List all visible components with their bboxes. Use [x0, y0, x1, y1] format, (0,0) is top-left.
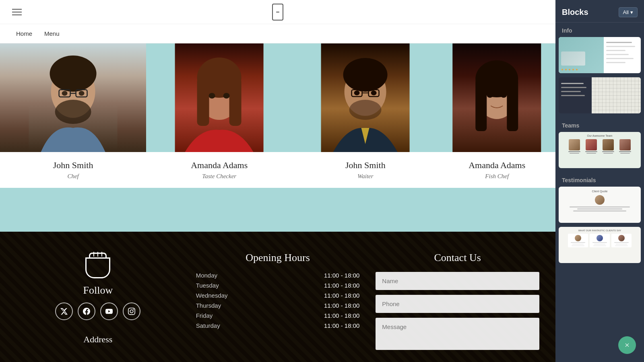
- sidebar-block-testimonials2[interactable]: WHAT OUR FANTASTIC CLIENTS SAY: [559, 227, 641, 263]
- card-text-john-chef: John Smith Chef: [0, 152, 146, 188]
- info1-preview-right: [604, 37, 641, 73]
- sidebar-filter-button[interactable]: All ▾: [619, 7, 638, 17]
- sidebar-header: Blocks All ▾: [555, 0, 644, 23]
- svg-point-30: [487, 92, 493, 98]
- svg-rect-13: [229, 78, 242, 126]
- svg-point-3: [55, 100, 91, 124]
- hours-row-wednesday: Wednesday 11:00 - 18:00: [196, 292, 360, 299]
- hours-day-4: Friday: [196, 312, 213, 319]
- photo-john-chef: [0, 43, 146, 152]
- card-role-amanda-taste: Taste Checker: [152, 173, 286, 180]
- info2-preview-left: [559, 77, 592, 113]
- close-icon: ×: [625, 340, 630, 350]
- sidebar-section-testimonials-title: Testimonials: [555, 172, 644, 187]
- svg-point-24: [371, 90, 377, 95]
- team-card-john-chef: John Smith Chef: [0, 43, 146, 188]
- test1-title: Client Quote: [592, 190, 608, 193]
- hamburger-menu[interactable]: [12, 9, 22, 15]
- photo-john-waiter: [292, 43, 438, 152]
- photo-amanda-fish: [438, 43, 555, 152]
- contact-phone-input[interactable]: [376, 295, 539, 313]
- info1-preview: [559, 37, 641, 73]
- info2-preview: [559, 77, 641, 113]
- info1-preview-left: [559, 37, 604, 73]
- team-card-john-waiter: John Smith Waiter: [292, 43, 438, 188]
- hours-day-2: Wednesday: [196, 292, 228, 299]
- instagram-icon[interactable]: [123, 302, 140, 320]
- card-role-john-waiter: Waiter: [298, 173, 432, 180]
- svg-point-18: [343, 58, 388, 92]
- toolbar: [0, 0, 555, 24]
- card-name-amanda-fish: Amanda Adams: [444, 160, 549, 171]
- hours-row-friday: Friday 11:00 - 18:00: [196, 312, 360, 319]
- teams-preview-cards: [561, 139, 638, 154]
- card-role-john-chef: Chef: [6, 173, 140, 180]
- facebook-icon[interactable]: [78, 302, 95, 320]
- svg-point-14: [209, 93, 215, 99]
- test2-card-2: [590, 234, 610, 247]
- filter-label: All: [623, 9, 629, 15]
- test2-title: WHAT OUR FANTASTIC CLIENTS SAY: [561, 229, 638, 232]
- svg-rect-28: [476, 79, 487, 131]
- card-text-john-waiter: John Smith Waiter: [292, 152, 438, 188]
- preview-team-4: [617, 139, 633, 154]
- hours-row-monday: Monday 11:00 - 18:00: [196, 272, 360, 279]
- contact-message-input[interactable]: [376, 318, 539, 350]
- footer: Follow Address Opening Hours: [0, 232, 555, 362]
- opening-hours-title: Opening Hours: [246, 252, 310, 264]
- hours-time-1: 11:00 - 18:00: [324, 282, 359, 289]
- teams-preview: Our Awesome Team: [559, 132, 641, 168]
- card-text-amanda-taste: Amanda Adams Taste Checker: [146, 152, 292, 188]
- twitter-icon[interactable]: [55, 302, 73, 320]
- hours-day-3: Thursday: [196, 302, 221, 309]
- sidebar-section-info-title: Info: [555, 23, 644, 37]
- svg-point-31: [501, 92, 507, 98]
- main-area: Home Menu: [0, 0, 555, 362]
- navbar: Home Menu: [0, 24, 555, 43]
- hours-row-thursday: Thursday 11:00 - 18:00: [196, 302, 360, 309]
- pot-body: [85, 257, 110, 278]
- nav-home[interactable]: Home: [16, 30, 32, 37]
- svg-point-8: [79, 91, 85, 96]
- hours-time-2: 11:00 - 18:00: [324, 292, 359, 299]
- contact-name-input[interactable]: [376, 272, 539, 290]
- follow-title: Follow: [83, 284, 113, 296]
- test2-card-1: [568, 234, 588, 247]
- team-card-amanda-fish: Amanda Adams Fish Chef: [438, 43, 555, 188]
- card-name-john-waiter: John Smith: [298, 160, 432, 171]
- hours-time-5: 11:00 - 18:00: [324, 322, 359, 329]
- sidebar-block-info1[interactable]: [559, 37, 641, 73]
- teams-preview-title: Our Awesome Team: [561, 134, 638, 137]
- close-button[interactable]: ×: [618, 336, 636, 354]
- test2-cards: [561, 234, 638, 247]
- hours-time-0: 11:00 - 18:00: [324, 272, 359, 279]
- svg-point-19: [349, 100, 382, 120]
- nav-menu[interactable]: Menu: [44, 30, 60, 37]
- opening-hours-column: Opening Hours Monday 11:00 - 18:00 Tuesd…: [196, 252, 360, 350]
- svg-point-7: [62, 91, 68, 96]
- test1-avatar: [595, 195, 605, 205]
- logo-icon-area: [85, 252, 110, 278]
- team-card-amanda-taste: Amanda Adams Taste Checker: [146, 43, 292, 188]
- address-title: Address: [83, 334, 112, 345]
- card-name-amanda-taste: Amanda Adams: [152, 160, 286, 171]
- test2-card-3: [611, 234, 632, 247]
- hours-day-5: Saturday: [196, 322, 220, 329]
- preview-team-1: [567, 139, 582, 154]
- svg-point-2: [50, 56, 97, 92]
- card-role-amanda-fish: Fish Chef: [444, 173, 549, 180]
- mobile-view-icon[interactable]: [272, 4, 283, 21]
- preview-team-3: [601, 139, 616, 154]
- sidebar: Blocks All ▾ Info: [555, 0, 644, 362]
- hours-time-4: 11:00 - 18:00: [324, 312, 359, 319]
- contact-column: Contact Us: [376, 252, 539, 350]
- sidebar-block-testimonials1[interactable]: Client Quote: [559, 187, 641, 223]
- youtube-icon[interactable]: [100, 302, 118, 320]
- filter-chevron-icon: ▾: [630, 9, 633, 15]
- follow-column: Follow Address: [16, 252, 180, 350]
- team-section: John Smith Chef: [0, 43, 555, 232]
- sidebar-block-teams[interactable]: Our Awesome Team: [559, 132, 641, 168]
- svg-rect-12: [197, 78, 209, 126]
- sidebar-block-info2[interactable]: [559, 77, 641, 113]
- hours-table: Monday 11:00 - 18:00 Tuesday 11:00 - 18:…: [196, 272, 360, 332]
